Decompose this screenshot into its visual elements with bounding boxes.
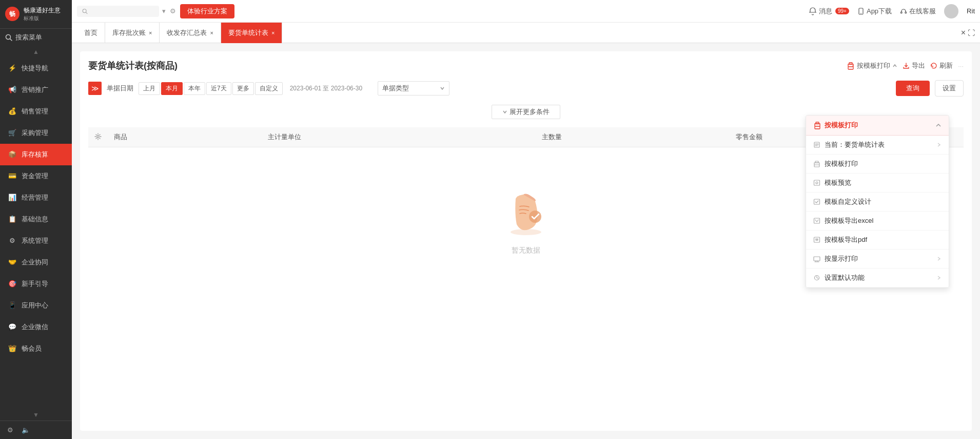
date-prev-month-btn[interactable]: 上月: [139, 82, 160, 95]
sidebar-item-label: 畅会员: [22, 344, 42, 353]
chevron-right-icon: [936, 142, 942, 147]
bell-icon: [809, 7, 817, 15]
dropdown-item-template-custom[interactable]: 模板自定义设计: [806, 193, 949, 212]
header-gear-icon[interactable]: ⚙: [170, 7, 176, 15]
inventory-icon: 📦: [7, 149, 17, 160]
sidebar-item-member[interactable]: 👑 畅会员: [0, 338, 72, 359]
header-search-input[interactable]: [90, 8, 154, 15]
print-template-btn[interactable]: 按模板打印: [847, 61, 897, 70]
settings-icon[interactable]: ⚙: [7, 426, 13, 434]
column-settings-icon[interactable]: [94, 133, 102, 140]
svg-rect-7: [905, 12, 907, 13]
sidebar-item-wechat[interactable]: 💬 企业微信: [0, 316, 72, 338]
table-settings-col-header[interactable]: [88, 127, 108, 147]
sidebar-item-enterprise[interactable]: 🤝 企业协同: [0, 252, 72, 273]
scroll-up-btn[interactable]: ▲: [0, 46, 72, 58]
sidebar-item-sales[interactable]: 💰 销售管理: [0, 101, 72, 122]
phone-icon: [857, 8, 865, 15]
date-more-btn[interactable]: 更多: [232, 82, 254, 95]
trial-industry-btn[interactable]: 体验行业方案: [180, 4, 234, 18]
tab-close-all-btn[interactable]: ×: [961, 28, 966, 37]
logo-sub: 标准版: [24, 15, 61, 22]
tab-inventory-batch[interactable]: 库存批次账 ×: [105, 23, 160, 43]
export-btn[interactable]: 导出: [903, 61, 925, 70]
display-print-chevron-icon: [936, 256, 942, 261]
volume-icon[interactable]: 🔈: [22, 426, 30, 434]
sidebar-item-inventory[interactable]: 📦 库存核算: [0, 144, 72, 165]
dropdown-title: 按模板打印: [825, 121, 858, 130]
printer-icon-dropdown: [813, 121, 821, 129]
expand-more-conditions-btn[interactable]: 展开更多条件: [492, 105, 560, 119]
date-current-year-btn[interactable]: 本年: [184, 82, 205, 95]
dropdown-item-set-default[interactable]: 设置默认功能: [806, 269, 949, 288]
header-dropdown-chevron[interactable]: ▾: [162, 7, 166, 15]
set-default-chevron-icon: [936, 275, 942, 280]
more-options-icon[interactable]: ···: [958, 62, 964, 70]
tab-collect-summary-close[interactable]: ×: [210, 30, 213, 36]
sidebar-search-btn[interactable]: 搜索菜单: [0, 29, 72, 46]
tab-maximize-btn[interactable]: ⛶: [968, 29, 975, 37]
svg-line-1: [10, 39, 12, 41]
doc-type-select[interactable]: 单据类型: [378, 81, 449, 96]
svg-rect-17: [814, 165, 819, 167]
date-last-7-days-btn[interactable]: 近7天: [206, 82, 231, 95]
messages-btn[interactable]: 消息 99+: [809, 7, 849, 16]
export-excel-label: 按模板导出excel: [825, 216, 873, 225]
tab-collect-summary[interactable]: 收发存汇总表 ×: [160, 23, 221, 43]
date-current-month-btn[interactable]: 本月: [161, 82, 183, 95]
sidebar-item-system[interactable]: ⚙ 系统管理: [0, 230, 72, 252]
sidebar-item-quick-nav[interactable]: ⚡ 快捷导航: [0, 58, 72, 79]
tabs-bar: 首页 库存批次账 × 收发存汇总表 × 要货单统计表 × × ⛶: [72, 23, 980, 43]
scroll-down-btn[interactable]: ▼: [0, 409, 72, 421]
sidebar-item-operations[interactable]: 📊 经营管理: [0, 187, 72, 208]
sidebar-item-app-center[interactable]: 📱 应用中心: [0, 295, 72, 316]
sidebar-item-basic-info[interactable]: 📋 基础信息: [0, 208, 72, 230]
refresh-btn[interactable]: 刷新: [930, 61, 953, 70]
dropdown-header[interactable]: 按模板打印: [806, 116, 949, 136]
dropdown-item-export-pdf[interactable]: 按模板导出pdf: [806, 231, 949, 250]
sidebar-item-marketing[interactable]: 📢 营销推广: [0, 79, 72, 101]
tab-inventory-batch-close[interactable]: ×: [149, 30, 152, 36]
settings-btn[interactable]: 设置: [935, 80, 964, 97]
sidebar-item-label: 营销推广: [22, 85, 48, 94]
dropdown-item-template-print[interactable]: 按模板打印: [806, 155, 949, 174]
chevron-up-icon: [892, 63, 897, 68]
date-custom-btn[interactable]: 自定义: [255, 82, 283, 95]
printer-icon: [847, 62, 855, 70]
header-right: 消息 99+ App下载 在线客服 Rit: [809, 4, 975, 18]
username-label: Rit: [967, 7, 975, 15]
filter-expand-btn[interactable]: ≫: [88, 82, 102, 95]
svg-rect-18: [815, 161, 818, 163]
template-custom-icon: [813, 198, 820, 205]
sidebar-item-label: 新手引导: [22, 279, 48, 289]
sidebar-item-label: 采购管理: [22, 128, 48, 138]
logo-icon: 畅: [5, 7, 19, 21]
sidebar-search-label: 搜索菜单: [15, 33, 42, 42]
svg-point-13: [529, 211, 541, 223]
date-buttons: 上月 本月 本年 近7天 更多 自定义: [139, 82, 283, 95]
filter-bar: ≫ 单据日期 上月 本月 本年 近7天 更多 自定义 2023-06-01 至 …: [88, 80, 964, 97]
tab-home[interactable]: 首页: [77, 23, 105, 43]
avatar[interactable]: [944, 4, 958, 18]
query-btn[interactable]: 查询: [896, 81, 930, 96]
dropdown-current-template[interactable]: 当前：要货单统计表: [806, 136, 949, 155]
dropdown-item-display-print[interactable]: 按显示打印: [806, 250, 949, 269]
tab-order-stats-close[interactable]: ×: [271, 30, 275, 36]
guide-icon: 🎯: [7, 279, 17, 289]
enterprise-icon: 🤝: [7, 257, 17, 268]
svg-rect-19: [814, 180, 820, 185]
set-default-left: 设置默认功能: [813, 273, 865, 282]
sidebar-item-guide[interactable]: 🎯 新手引导: [0, 273, 72, 295]
tab-order-stats-label: 要货单统计表: [228, 28, 268, 37]
svg-rect-9: [849, 63, 852, 64]
dropdown-item-template-preview[interactable]: 模板预览: [806, 174, 949, 193]
header-search-area[interactable]: [77, 6, 159, 17]
sidebar-item-finance[interactable]: 💳 资金管理: [0, 165, 72, 187]
online-service-btn[interactable]: 在线客服: [900, 7, 936, 16]
sidebar-item-purchase[interactable]: 🛒 采购管理: [0, 122, 72, 144]
app-download-label: App下载: [867, 7, 892, 16]
tab-order-stats[interactable]: 要货单统计表 ×: [221, 23, 282, 43]
dropdown-item-export-excel[interactable]: 按模板导出excel: [806, 212, 949, 231]
date-filter-label: 单据日期: [107, 84, 133, 93]
app-download-btn[interactable]: App下载: [857, 7, 892, 16]
